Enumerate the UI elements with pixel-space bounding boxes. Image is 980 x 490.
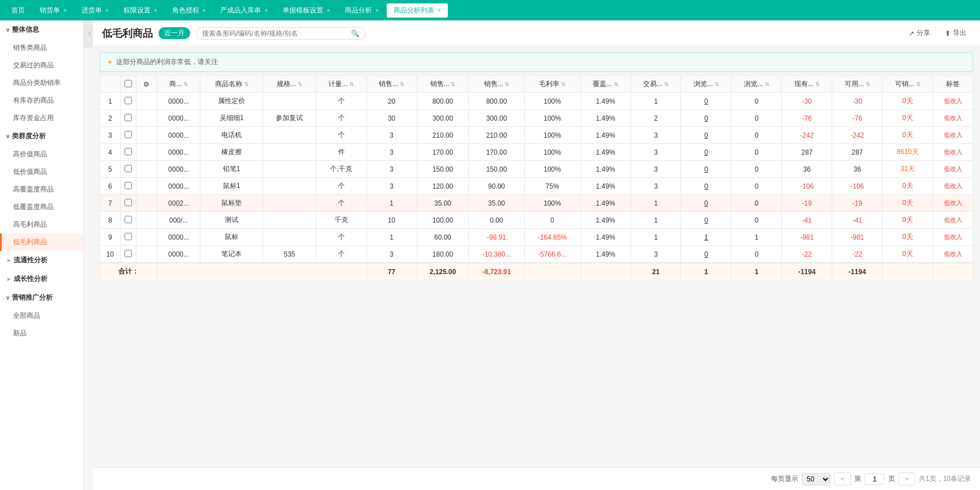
cell-name[interactable]: 铅笔1	[200, 161, 263, 178]
row-checkbox[interactable]	[125, 233, 132, 240]
th-settings[interactable]: ⚙	[136, 76, 157, 93]
row-checkbox[interactable]	[125, 148, 132, 155]
cell-name[interactable]: 属性定价	[200, 93, 263, 110]
search-input[interactable]	[202, 29, 348, 37]
nav-close-purchase[interactable]: ×	[105, 7, 109, 14]
row-checkbox[interactable]	[125, 97, 132, 104]
cell-browse1[interactable]: 0	[681, 161, 731, 178]
sidebar-item-low-value[interactable]: 低价值商品	[0, 163, 83, 181]
collapse-sidebar-button[interactable]: 《	[84, 20, 93, 48]
sidebar-item-high-value[interactable]: 高价值商品	[0, 146, 83, 163]
nav-purchase[interactable]: 进货单 ×	[75, 3, 115, 18]
sidebar-item-new-goods[interactable]: 新品	[0, 325, 83, 342]
th-sales-qty[interactable]: 销售...	[366, 76, 417, 93]
filter-tag[interactable]: 近一月	[159, 27, 190, 39]
row-checkbox[interactable]	[125, 182, 132, 189]
cell-name[interactable]: 笔记本	[200, 246, 263, 263]
page-size-select[interactable]: 50 100 200	[802, 473, 831, 485]
th-trade[interactable]: 交易...	[631, 76, 681, 93]
check-all[interactable]	[125, 80, 132, 87]
sidebar-item-category-assist[interactable]: 商品分类助销率	[0, 74, 83, 92]
sidebar-item-low-margin[interactable]: 低毛利商品	[0, 233, 83, 251]
nav-home[interactable]: 首页	[5, 3, 32, 18]
th-browse1[interactable]: 浏览...	[681, 76, 731, 93]
cell-browse1[interactable]: 0	[681, 144, 731, 161]
nav-close-roles[interactable]: ×	[203, 7, 206, 14]
nav-close-permissions[interactable]: ×	[154, 7, 157, 14]
row-checkbox[interactable]	[125, 250, 132, 257]
th-available[interactable]: 可用...	[832, 76, 883, 93]
nav-product-entry[interactable]: 产成品入库单 ×	[213, 3, 275, 18]
row-checkbox[interactable]	[125, 114, 132, 121]
cell-browse1[interactable]: 0	[681, 195, 731, 212]
cell-available: 287	[832, 144, 883, 161]
cell-name[interactable]: 吴细细1	[200, 110, 263, 127]
th-sales-price[interactable]: 销售...	[417, 76, 469, 93]
cell-name[interactable]: 鼠标1	[200, 178, 263, 195]
sidebar-group-flow[interactable]: ＞ 流通性分析	[0, 251, 83, 270]
nav-goods-analysis-list[interactable]: 商品分析列表 ×	[387, 3, 448, 18]
cell-sellable: 0天	[883, 212, 933, 229]
th-sales-amount[interactable]: 销售...	[469, 76, 524, 93]
prev-page-button[interactable]: ＜	[834, 472, 851, 485]
sidebar-item-low-coverage[interactable]: 低覆盖度商品	[0, 198, 83, 216]
th-gross-rate[interactable]: 毛利率	[524, 76, 580, 93]
cell-browse1[interactable]: 0	[681, 93, 731, 110]
cell-browse1[interactable]: 0	[681, 246, 731, 263]
next-page-button[interactable]: ＞	[898, 472, 915, 485]
cell-browse1[interactable]: 0	[681, 178, 731, 195]
sidebar-group-overall[interactable]: ∨ 整体信息	[0, 20, 83, 39]
cell-unit: 件	[316, 144, 366, 161]
nav-close-sales[interactable]: ×	[63, 7, 67, 14]
alert-bar: ✦ 这部分商品的利润非常低，请关注	[100, 52, 973, 72]
nav-roles[interactable]: 角色授权 ×	[165, 3, 213, 18]
nav-sales[interactable]: 销货单 ×	[33, 3, 74, 18]
cell-name[interactable]: 鼠标	[200, 229, 263, 246]
sidebar-item-sales-goods[interactable]: 销售类商品	[0, 39, 83, 57]
th-code[interactable]: 商...	[157, 76, 200, 93]
th-browse2[interactable]: 浏览...	[731, 76, 782, 93]
cell-tag: 低收入	[933, 229, 973, 246]
th-coverage[interactable]: 覆盖...	[580, 76, 631, 93]
row-checkbox[interactable]	[125, 216, 132, 223]
search-icon[interactable]: 🔍	[351, 29, 360, 37]
sidebar-group-marketing[interactable]: ∨ 营销推广分析	[0, 288, 83, 307]
settings-icon[interactable]: ⚙	[143, 80, 149, 88]
cell-browse1[interactable]: 0	[681, 110, 731, 127]
nav-permissions[interactable]: 权限设置 ×	[117, 3, 164, 18]
sidebar-item-stock-goods[interactable]: 有库存的商品	[0, 92, 83, 109]
sidebar-item-traded-goods[interactable]: 交易过的商品	[0, 57, 83, 74]
th-spec[interactable]: 规格...	[263, 76, 316, 93]
sidebar-item-stock-capital[interactable]: 库存资金占用	[0, 109, 83, 127]
th-current[interactable]: 现有...	[782, 76, 832, 93]
export-button[interactable]: ⬆ 导出	[940, 26, 971, 40]
nav-close-goods-analysis[interactable]: ×	[375, 7, 379, 14]
cell-settings	[136, 246, 157, 263]
sidebar-group-cluster[interactable]: ∨ 类群度分析	[0, 127, 83, 146]
cell-name[interactable]: 测试	[200, 212, 263, 229]
total-label: 合计：	[100, 263, 157, 280]
row-checkbox[interactable]	[125, 131, 132, 138]
page-input[interactable]	[865, 474, 885, 485]
th-sellable[interactable]: 可销...	[883, 76, 933, 93]
cell-name[interactable]: 橡皮擦	[200, 144, 263, 161]
sidebar-item-high-coverage[interactable]: 高覆盖度商品	[0, 181, 83, 198]
nav-close-template[interactable]: ×	[327, 7, 330, 14]
th-unit[interactable]: 计量...	[316, 76, 366, 93]
sidebar-item-high-margin[interactable]: 高毛利商品	[0, 216, 83, 233]
nav-goods-analysis[interactable]: 商品分析 ×	[338, 3, 386, 18]
sidebar-group-growth[interactable]: ＞ 成长性分析	[0, 270, 83, 288]
row-checkbox[interactable]	[125, 165, 132, 172]
nav-close-goods-analysis-list[interactable]: ×	[438, 7, 441, 14]
th-name[interactable]: 商品名称	[200, 76, 263, 93]
nav-template[interactable]: 单据模板设置 ×	[276, 3, 337, 18]
sidebar-item-all-goods[interactable]: 全部商品	[0, 307, 83, 325]
cell-name[interactable]: 鼠标垫	[200, 195, 263, 212]
cell-browse1[interactable]: 0	[681, 127, 731, 144]
cell-browse1[interactable]: 0	[681, 212, 731, 229]
row-checkbox[interactable]	[125, 199, 132, 206]
cell-name[interactable]: 电话机	[200, 127, 263, 144]
nav-close-product-entry[interactable]: ×	[264, 7, 268, 14]
share-button[interactable]: ↗ 分享	[904, 26, 935, 40]
cell-browse1[interactable]: 1	[681, 229, 731, 246]
